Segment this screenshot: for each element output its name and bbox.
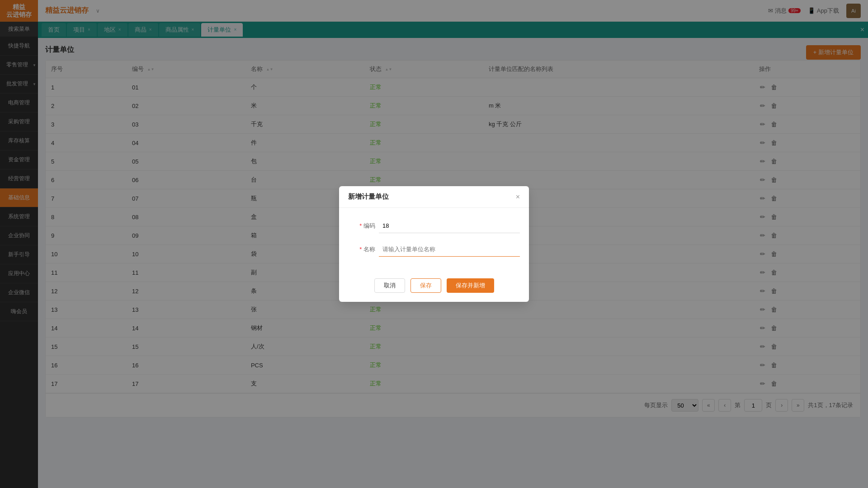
cancel-button[interactable]: 取消 <box>374 278 405 293</box>
modal-body: 编码 名称 <box>339 208 529 273</box>
modal-overlay[interactable]: 新增计量单位 × 编码 名称 取消 保存 保存并新增 <box>0 0 868 488</box>
add-unit-modal: 新增计量单位 × 编码 名称 取消 保存 保存并新增 <box>339 186 529 302</box>
modal-title: 新增计量单位 <box>348 192 389 201</box>
code-form-row: 编码 <box>348 219 520 233</box>
code-input[interactable] <box>379 219 520 233</box>
save-button[interactable]: 保存 <box>410 278 441 293</box>
modal-close-button[interactable]: × <box>516 193 520 201</box>
modal-footer: 取消 保存 保存并新增 <box>339 273 529 302</box>
name-form-row: 名称 <box>348 242 520 257</box>
code-label: 编码 <box>348 222 375 230</box>
name-input[interactable] <box>379 242 520 257</box>
modal-header: 新增计量单位 × <box>339 186 529 208</box>
save-and-new-button[interactable]: 保存并新增 <box>447 278 494 293</box>
name-label: 名称 <box>348 245 375 253</box>
